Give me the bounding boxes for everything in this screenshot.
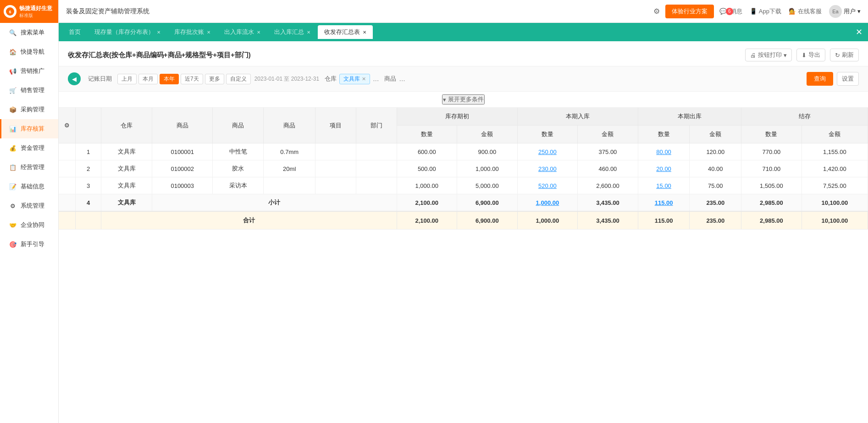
page-header: 收发存汇总表(按仓库+商品编码+商品+规格型号+项目+部门) 🖨 按钮打印 ▾ … [59,41,868,66]
sidebar-item-enterprise[interactable]: 🤝 企业协同 [0,215,58,235]
sidebar-item-sales[interactable]: 🛒 销售管理 [0,81,58,100]
cell-row2-open-amt: 1,000.00 [457,160,518,177]
main-area: 装备及固定资产辅助管理系统 ⚙ 体验行业方案 💬 6 消息 📱 App下载 💁 … [59,0,868,423]
col-in-qty: 数量 [517,126,578,143]
tab-receive-summary[interactable]: 收发存汇总表 ✕ [318,25,373,39]
marketing-icon: 📢 [9,67,17,75]
sidebar-item-operations[interactable]: 📋 经营管理 [0,158,58,177]
cell-row3-in-qty[interactable]: 520.00 [517,177,578,194]
close-all-tabs-button[interactable]: ✕ [856,27,862,37]
link-row3-in-qty[interactable]: 520.00 [538,182,557,189]
link-row2-out-qty[interactable]: 20.00 [656,165,671,172]
query-button[interactable]: 查询 [807,72,833,86]
cell-row1-warehouse: 文具库 [101,143,152,160]
date-btn-more[interactable]: 更多 [205,74,224,84]
table-row: 1 文具库 0100001 中性笔 0.7mm 600.00 900.00 25… [59,143,868,160]
inventory-icon: 📊 [9,125,17,133]
sidebar-item-assets[interactable]: 💰 资金管理 [0,138,58,158]
link-row1-in-qty[interactable]: 250.00 [538,148,557,155]
settings-button[interactable]: 设置 [837,72,859,86]
total-bal-amt: 10,100.00 [802,211,868,230]
tab-inventory-dist-close[interactable]: ✕ [157,30,160,35]
try-button[interactable]: 体验行业方案 [665,5,714,18]
tab-inout-summary-label: 出入库汇总 [274,28,304,36]
cell-row1-project [315,143,356,160]
app-download-button[interactable]: 📱 App下载 [750,7,781,16]
export-button[interactable]: ⬇ 导出 [796,49,825,61]
cell-row3-no: 3 [76,177,101,194]
sidebar-item-system[interactable]: ⚙ 系统管理 [0,196,58,215]
link-row2-in-qty[interactable]: 230.00 [538,165,557,172]
date-btn-custom[interactable]: 自定义 [226,74,251,84]
tab-batch-close[interactable]: ✕ [207,30,210,35]
tab-inout-summary[interactable]: 出入库汇总 ✕ [268,25,317,39]
sidebar-item-guide[interactable]: 🎯 新手引导 [0,235,58,254]
filter-collapse-button[interactable]: ◀ [68,72,81,85]
sidebar-item-inventory[interactable]: 📊 库存核算 [0,119,58,138]
total-no [76,211,101,230]
cell-row2-open-qty: 500.00 [397,160,457,177]
tab-home[interactable]: 首页 [62,25,87,39]
gear-button[interactable]: ⚙ [653,7,660,16]
tab-inventory-dist[interactable]: 现存量（库存分布表） ✕ [88,25,167,39]
warehouse-filter-label: 仓库 [325,75,337,83]
link-row3-out-qty[interactable]: 15.00 [656,182,671,189]
sidebar-item-purchase[interactable]: 📦 采购管理 [0,100,58,119]
online-service-button[interactable]: 💁 在线客服 [789,7,822,16]
cell-row1-in-amt: 375.00 [578,143,638,160]
cell-row1-out-qty[interactable]: 80.00 [638,143,690,160]
tab-inout-flow[interactable]: 出入库流水 ✕ [218,25,267,39]
message-button[interactable]: 💬 6 消息 [719,7,742,16]
total-in-amt: 3,435.00 [578,211,638,230]
cell-row3-in-amt: 2,600.00 [578,177,638,194]
date-btn-this-year[interactable]: 本年 [160,74,179,84]
expand-filter-button[interactable]: ▾ 展开更多条件 [442,94,485,104]
cell-row1-in-qty[interactable]: 250.00 [517,143,578,160]
cell-subtotal-bal-qty: 2,985.00 [741,194,802,212]
sidebar-item-marketing[interactable]: 📢 营销推广 [0,61,58,81]
col-no [76,108,101,143]
table-settings-column[interactable]: ⚙ [59,108,76,143]
cell-subtotal-in-qty[interactable]: 1,000.00 [517,194,578,212]
warehouse-tag[interactable]: 文具库 ✕ [339,74,370,84]
cell-row2-settings [59,160,76,177]
tab-inout-summary-close[interactable]: ✕ [307,30,310,35]
sidebar-item-search[interactable]: 🔍 搜索菜单 [0,23,58,42]
tab-inout-flow-close[interactable]: ✕ [257,30,260,35]
cell-row1-no: 1 [76,143,101,160]
cell-row2-in-qty[interactable]: 230.00 [517,160,578,177]
warehouse-tag-close[interactable]: ✕ [362,76,366,82]
col-out-qty: 数量 [638,126,690,143]
goods-filter-field: 商品 ... [384,75,405,83]
warehouse-filter-dots[interactable]: ... [373,75,379,83]
cell-row3-out-qty[interactable]: 15.00 [638,177,690,194]
col-opening-qty: 数量 [397,126,457,143]
cell-row1-bal-amt: 1,155.00 [802,143,868,160]
sidebar-item-quick-nav[interactable]: 🏠 快捷导航 [0,42,58,61]
date-options: 上月 本月 本年 近7天 更多 自定义 2023-01-01 至 2023-12… [117,74,319,84]
cell-subtotal-out-qty[interactable]: 115.00 [638,194,690,212]
tab-receive-summary-close[interactable]: ✕ [363,30,366,35]
logo-text: 畅捷通好生意 标准版 [19,5,52,19]
link-subtotal-in-qty[interactable]: 1,000.00 [536,199,559,206]
link-row1-out-qty[interactable]: 80.00 [656,148,671,155]
user-area[interactable]: Ea 用户 ▾ [829,5,861,18]
refresh-button[interactable]: ↻ 刷新 [830,49,859,61]
cell-row2-bal-amt: 1,420.00 [802,160,868,177]
date-btn-7days[interactable]: 近7天 [181,74,203,84]
print-button[interactable]: 🖨 按钮打印 ▾ [745,49,792,61]
date-btn-last-month[interactable]: 上月 [117,74,137,84]
sidebar-item-base-info[interactable]: 📝 基础信息 [0,177,58,196]
cell-row3-code: 0100003 [152,177,213,194]
date-btn-this-month[interactable]: 本月 [138,74,158,84]
table-settings-icon[interactable]: ⚙ [64,122,70,129]
warehouse-filter-field: 仓库 文具库 ✕ ... [325,74,379,84]
cell-row2-name: 胶水 [213,160,264,177]
cell-row1-out-amt: 120.00 [690,143,741,160]
cell-row2-spec: 20ml [264,160,315,177]
goods-filter-dots[interactable]: ... [399,75,405,83]
link-subtotal-out-qty[interactable]: 115.00 [655,199,673,206]
cell-row2-out-qty[interactable]: 20.00 [638,160,690,177]
top-header: 装备及固定资产辅助管理系统 ⚙ 体验行业方案 💬 6 消息 📱 App下载 💁 … [59,0,868,23]
tab-batch[interactable]: 库存批次账 ✕ [168,25,217,39]
